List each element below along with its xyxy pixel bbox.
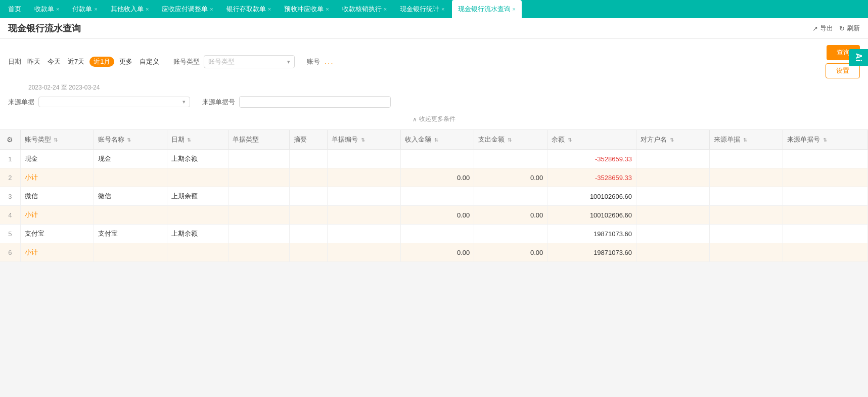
cell-source-doc bbox=[710, 168, 783, 187]
col-account-type: 账号类型 ⇅ bbox=[20, 130, 94, 150]
nav-cash-flow-close[interactable]: × bbox=[513, 6, 516, 12]
cell-income bbox=[401, 150, 474, 168]
account-type-select[interactable]: 账号类型 ▾ bbox=[204, 55, 295, 68]
cell-summary bbox=[289, 187, 327, 206]
nav-other-income-close[interactable]: × bbox=[146, 6, 149, 12]
date-opt-yesterday[interactable]: 昨天 bbox=[25, 57, 42, 67]
cell-account-type: 微信 bbox=[20, 187, 94, 206]
cell-summary bbox=[289, 206, 327, 225]
cell-doc-type bbox=[228, 187, 289, 206]
gear-icon[interactable]: ⚙ bbox=[7, 136, 13, 144]
cell-counterparty bbox=[636, 187, 710, 206]
sort-doc-no-icon[interactable]: ⇅ bbox=[361, 137, 365, 143]
nav-cash-stat-close[interactable]: × bbox=[441, 6, 444, 12]
table-row: 1现金现金上期余额-3528659.33 bbox=[0, 150, 868, 168]
source-doc-no-label: 来源单据号 bbox=[202, 98, 235, 107]
cell-index: 3 bbox=[0, 187, 20, 206]
cell-counterparty bbox=[636, 150, 710, 168]
cell-account-name: 微信 bbox=[94, 187, 167, 206]
account-ellipsis-button[interactable]: ... bbox=[324, 57, 334, 66]
nav-write-off[interactable]: 收款核销执行 × bbox=[336, 0, 393, 18]
sort-account-name-icon[interactable]: ⇅ bbox=[127, 137, 131, 143]
col-balance: 余额 ⇅ bbox=[547, 130, 636, 150]
nav-bank-deposit-close[interactable]: × bbox=[268, 6, 271, 12]
sort-balance-icon[interactable]: ⇅ bbox=[568, 137, 572, 143]
account-type-value: 账号类型 bbox=[208, 57, 235, 66]
col-income: 收入金额 ⇅ bbox=[401, 130, 474, 150]
cell-income: 0.00 bbox=[401, 168, 474, 187]
cell-summary bbox=[289, 243, 327, 262]
account-label: 账号 bbox=[307, 57, 320, 66]
cell-doc-no bbox=[328, 206, 401, 225]
date-opt-1month[interactable]: 近1月 bbox=[89, 57, 114, 67]
ai-badge[interactable]: Ai bbox=[849, 49, 868, 66]
sort-income-icon[interactable]: ⇅ bbox=[434, 137, 438, 143]
nav-prepay-clear[interactable]: 预收冲应收单 × bbox=[278, 0, 335, 18]
source-doc-select[interactable]: ▾ bbox=[38, 97, 190, 107]
nav-write-off-label: 收款核销执行 bbox=[342, 5, 382, 14]
refresh-label: 刷新 bbox=[847, 24, 860, 33]
sort-source-doc-no-icon[interactable]: ⇅ bbox=[823, 137, 827, 143]
col-counterparty: 对方户名 ⇅ bbox=[636, 130, 710, 150]
nav-payment-close[interactable]: × bbox=[94, 6, 97, 12]
page-header: 现金银行流水查询 ↗ 导出 ↻ 刷新 bbox=[0, 18, 868, 39]
refresh-icon: ↻ bbox=[839, 25, 845, 32]
collapse-bar[interactable]: ∧ 收起更多条件 bbox=[8, 113, 860, 123]
page-title: 现金银行流水查询 bbox=[8, 22, 81, 34]
cell-date bbox=[167, 243, 228, 262]
col-account-type-label: 账号类型 bbox=[25, 136, 51, 143]
cell-income bbox=[401, 187, 474, 206]
nav-write-off-close[interactable]: × bbox=[384, 6, 387, 12]
source-doc-no-input[interactable] bbox=[239, 96, 391, 108]
cell-account-name: 支付宝 bbox=[94, 225, 167, 243]
col-expense-label: 支出金额 bbox=[478, 136, 505, 143]
nav-home[interactable]: 首页 bbox=[2, 0, 27, 18]
date-opt-custom[interactable]: 自定义 bbox=[138, 57, 161, 67]
date-opt-today[interactable]: 今天 bbox=[45, 57, 63, 67]
export-button[interactable]: ↗ 导出 bbox=[812, 24, 833, 33]
cell-balance: -3528659.33 bbox=[547, 150, 636, 168]
cell-balance: -3528659.33 bbox=[547, 168, 636, 187]
cell-date: 上期余额 bbox=[167, 225, 228, 243]
refresh-button[interactable]: ↻ 刷新 bbox=[839, 24, 860, 33]
col-doc-type-label: 单据类型 bbox=[233, 136, 259, 143]
sort-date-icon[interactable]: ⇅ bbox=[187, 137, 191, 143]
sort-account-type-icon[interactable]: ⇅ bbox=[54, 137, 58, 143]
cell-account-type: 支付宝 bbox=[20, 225, 94, 243]
table-container: ⚙ 账号类型 ⇅ 账号名称 ⇅ 日期 ⇅ 单据类型 摘要 bbox=[0, 130, 868, 262]
nav-receipt[interactable]: 收款单 × bbox=[28, 0, 65, 18]
cell-source-doc-no bbox=[783, 206, 868, 225]
cell-doc-no bbox=[328, 187, 401, 206]
date-filter-group: 日期 昨天 今天 近7天 近1月 更多 自定义 bbox=[8, 57, 161, 67]
table-row: 6小计0.000.0019871073.60 bbox=[0, 243, 868, 262]
nav-payment[interactable]: 付款单 × bbox=[66, 0, 103, 18]
sort-expense-icon[interactable]: ⇅ bbox=[508, 137, 512, 143]
sort-counterparty-icon[interactable]: ⇅ bbox=[670, 137, 674, 143]
cell-doc-type bbox=[228, 150, 289, 168]
nav-cash-stat[interactable]: 现金银行统计 × bbox=[394, 0, 450, 18]
nav-ar-ap-adjust-close[interactable]: × bbox=[210, 6, 213, 12]
nav-receipt-close[interactable]: × bbox=[56, 6, 59, 12]
date-opt-7days[interactable]: 近7天 bbox=[66, 57, 86, 67]
cell-counterparty bbox=[636, 206, 710, 225]
cell-doc-no bbox=[328, 225, 401, 243]
data-table: ⚙ 账号类型 ⇅ 账号名称 ⇅ 日期 ⇅ 单据类型 摘要 bbox=[0, 130, 868, 262]
header-actions: ↗ 导出 ↻ 刷新 bbox=[812, 24, 860, 33]
nav-prepay-clear-label: 预收冲应收单 bbox=[284, 5, 324, 14]
nav-ar-ap-adjust[interactable]: 应收应付调整单 × bbox=[156, 0, 219, 18]
nav-receipt-label: 收款单 bbox=[34, 5, 54, 14]
nav-other-income[interactable]: 其他收入单 × bbox=[105, 0, 155, 18]
date-opt-more[interactable]: 更多 bbox=[117, 57, 134, 67]
col-expense: 支出金额 ⇅ bbox=[474, 130, 547, 150]
nav-cash-flow[interactable]: 现金银行流水查询 × bbox=[452, 0, 522, 18]
cell-date: 上期余额 bbox=[167, 187, 228, 206]
cell-expense: 0.00 bbox=[474, 206, 547, 225]
nav-bank-deposit[interactable]: 银行存取款单 × bbox=[220, 0, 277, 18]
filter-row-2: 来源单据 ▾ 来源单据号 bbox=[8, 96, 860, 108]
col-balance-label: 余额 bbox=[552, 136, 565, 143]
sort-source-doc-icon[interactable]: ⇅ bbox=[743, 137, 747, 143]
cell-source-doc bbox=[710, 187, 783, 206]
filter-area: 日期 昨天 今天 近7天 近1月 更多 自定义 账号类型 账号类型 ▾ 账号 .… bbox=[0, 39, 868, 130]
nav-prepay-clear-close[interactable]: × bbox=[326, 6, 329, 12]
account-filter-group: 账号 ... bbox=[307, 57, 334, 66]
